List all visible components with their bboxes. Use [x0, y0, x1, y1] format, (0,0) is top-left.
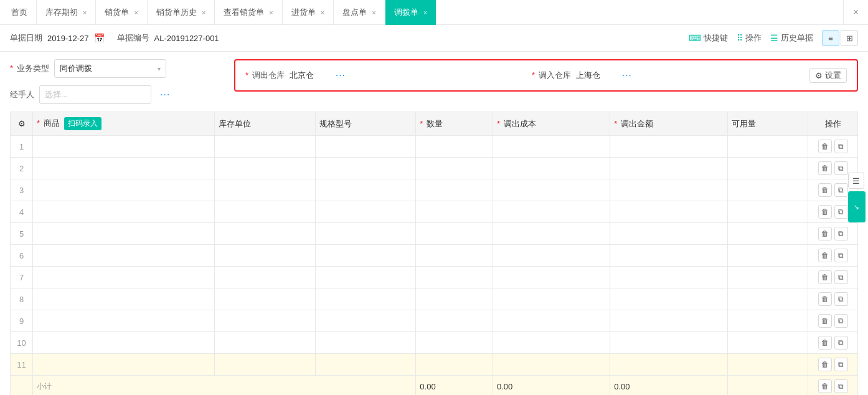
row-cost-11[interactable] [493, 354, 610, 376]
copy-row-11-btn[interactable]: ⧉ [834, 358, 848, 371]
row-unit-1[interactable] [214, 136, 315, 158]
subtotal-copy-btn[interactable]: ⧉ [834, 379, 848, 393]
row-spec-7[interactable] [315, 267, 416, 288]
row-spec-5[interactable] [315, 223, 416, 245]
list-view-btn[interactable]: ≡ [822, 30, 839, 46]
row-unit-10[interactable] [214, 332, 315, 354]
window-close-button[interactable]: × [843, 0, 868, 25]
row-qty-11[interactable] [416, 354, 493, 376]
row-product-11[interactable] [33, 354, 215, 376]
row-amount-11[interactable] [610, 354, 727, 376]
row-amount-4[interactable] [610, 201, 727, 223]
row-spec-9[interactable] [315, 310, 416, 332]
delete-row-6-btn[interactable]: 🗑 [818, 249, 832, 262]
row-spec-11[interactable] [315, 354, 416, 376]
handler-input[interactable]: 选择... [39, 85, 151, 104]
tab-inventory-init-close[interactable]: × [83, 9, 87, 16]
tab-inventory-check[interactable]: 盘点单 × [334, 0, 385, 25]
row-qty-4[interactable] [416, 201, 493, 223]
tab-purchase[interactable]: 进货单 × [283, 0, 334, 25]
tab-sales-history[interactable]: 销货单历史 × [148, 0, 215, 25]
row-unit-11[interactable] [214, 354, 315, 376]
row-qty-10[interactable] [416, 332, 493, 354]
tab-inventory-check-close[interactable]: × [372, 9, 375, 16]
copy-row-7-btn[interactable]: ⧉ [834, 270, 848, 284]
row-amount-9[interactable] [610, 310, 727, 332]
tab-transfer-close[interactable]: × [423, 9, 427, 16]
warehouse-in-more-btn[interactable]: ··· [622, 70, 632, 81]
business-type-input[interactable]: 同价调拨 ▾ [54, 59, 166, 78]
copy-row-6-btn[interactable]: ⧉ [834, 249, 848, 262]
row-qty-1[interactable] [416, 136, 493, 158]
date-value[interactable]: 2019-12-27 [47, 34, 89, 43]
tab-sales-order[interactable]: 销货单 × [96, 0, 147, 25]
row-qty-8[interactable] [416, 288, 493, 310]
tab-home[interactable]: 首页 [0, 0, 37, 25]
subtotal-delete-btn[interactable]: 🗑 [818, 379, 832, 393]
tab-purchase-close[interactable]: × [321, 9, 324, 16]
row-amount-10[interactable] [610, 332, 727, 354]
handler-more-btn[interactable]: ··· [160, 89, 170, 100]
row-product-5[interactable] [33, 223, 215, 245]
row-product-6[interactable] [33, 245, 215, 267]
row-cost-3[interactable] [493, 179, 610, 201]
row-unit-8[interactable] [214, 288, 315, 310]
tab-transfer[interactable]: 调拨单 × [385, 0, 436, 25]
row-cost-4[interactable] [493, 201, 610, 223]
row-spec-2[interactable] [315, 158, 416, 179]
row-product-1[interactable] [33, 136, 215, 158]
row-amount-7[interactable] [610, 267, 727, 288]
grid-view-btn[interactable]: ⊞ [841, 30, 858, 46]
row-amount-3[interactable] [610, 179, 727, 201]
tab-view-sales-close[interactable]: × [269, 9, 273, 16]
row-product-10[interactable] [33, 332, 215, 354]
history-action[interactable]: ☰ 历史单据 [770, 32, 813, 44]
delete-row-10-btn[interactable]: 🗑 [818, 336, 832, 350]
row-product-9[interactable] [33, 310, 215, 332]
row-unit-9[interactable] [214, 310, 315, 332]
row-qty-7[interactable] [416, 267, 493, 288]
row-qty-3[interactable] [416, 179, 493, 201]
delete-row-11-btn[interactable]: 🗑 [818, 358, 832, 371]
tab-view-sales[interactable]: 查看销货单 × [215, 0, 282, 25]
row-unit-2[interactable] [214, 158, 315, 179]
row-amount-1[interactable] [610, 136, 727, 158]
expand-float-btn[interactable]: ↗ [848, 191, 866, 222]
tab-sales-order-close[interactable]: × [134, 9, 138, 16]
row-unit-3[interactable] [214, 179, 315, 201]
row-spec-8[interactable] [315, 288, 416, 310]
copy-row-1-btn[interactable]: ⧉ [834, 140, 848, 153]
copy-row-10-btn[interactable]: ⧉ [834, 336, 848, 350]
row-amount-6[interactable] [610, 245, 727, 267]
row-amount-8[interactable] [610, 288, 727, 310]
delete-row-2-btn[interactable]: 🗑 [818, 161, 832, 175]
settings-button[interactable]: ⚙ 设置 [809, 68, 847, 83]
row-cost-1[interactable] [493, 136, 610, 158]
delete-row-9-btn[interactable]: 🗑 [818, 314, 832, 328]
row-cost-8[interactable] [493, 288, 610, 310]
scan-input-btn[interactable]: 扫码录入 [64, 117, 101, 130]
shortcut-action[interactable]: ⌨ 快捷键 [689, 32, 728, 44]
row-qty-9[interactable] [416, 310, 493, 332]
row-unit-4[interactable] [214, 201, 315, 223]
delete-row-5-btn[interactable]: 🗑 [818, 227, 832, 240]
row-product-7[interactable] [33, 267, 215, 288]
row-qty-6[interactable] [416, 245, 493, 267]
row-product-3[interactable] [33, 179, 215, 201]
row-spec-6[interactable] [315, 245, 416, 267]
row-cost-9[interactable] [493, 310, 610, 332]
row-unit-5[interactable] [214, 223, 315, 245]
row-spec-3[interactable] [315, 179, 416, 201]
calendar-icon[interactable]: 📅 [94, 33, 105, 43]
notes-float-btn[interactable]: ☰ [848, 173, 864, 189]
ops-action[interactable]: ⠿ 操作 [737, 32, 762, 44]
row-unit-7[interactable] [214, 267, 315, 288]
gear-icon[interactable]: ⚙ [18, 119, 26, 128]
row-qty-5[interactable] [416, 223, 493, 245]
delete-row-7-btn[interactable]: 🗑 [818, 270, 832, 284]
row-spec-4[interactable] [315, 201, 416, 223]
delete-row-4-btn[interactable]: 🗑 [818, 205, 832, 219]
copy-row-8-btn[interactable]: ⧉ [834, 292, 848, 306]
copy-row-9-btn[interactable]: ⧉ [834, 314, 848, 328]
row-product-4[interactable] [33, 201, 215, 223]
